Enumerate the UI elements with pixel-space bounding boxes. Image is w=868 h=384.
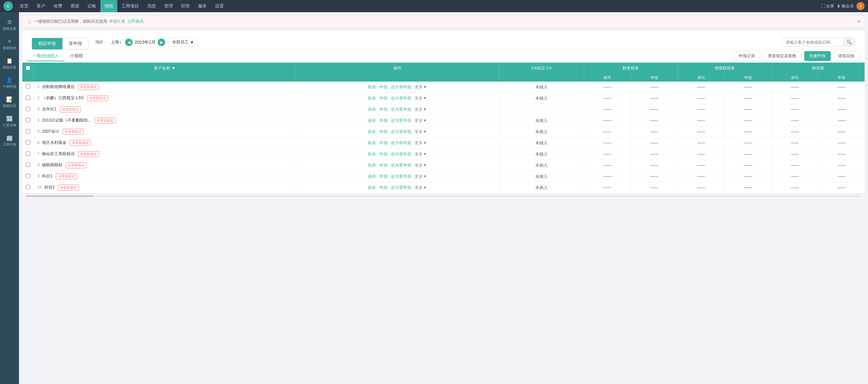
row-op-taxsheet[interactable]: 税表 bbox=[368, 107, 376, 112]
tax-record-icon: 📝 bbox=[6, 95, 13, 103]
row-checkbox-2[interactable] bbox=[26, 107, 30, 111]
shenbaojilu-btn[interactable]: 申报记录 bbox=[734, 51, 760, 61]
row-checkbox-3[interactable] bbox=[26, 118, 30, 122]
nav-message[interactable]: 消息 bbox=[143, 0, 160, 12]
nav-tax[interactable]: 报税 bbox=[100, 0, 117, 12]
row-op-report[interactable]: 申报 bbox=[379, 152, 388, 156]
row-op-taxsheet[interactable]: 税表 bbox=[368, 174, 376, 179]
row-op-zero[interactable]: 设为零申报 bbox=[391, 85, 411, 89]
sidebar-item-batch-tax[interactable]: ≡ 批量报税 bbox=[0, 34, 19, 54]
sidebar-item-tax-settings[interactable]: ⚙ 报税设置 bbox=[0, 15, 19, 34]
banner-link-buynow[interactable]: 立即购买 bbox=[127, 19, 144, 24]
nav-operation[interactable]: 经营 bbox=[177, 0, 194, 12]
row-name: 杨仙女工资薪税试 bbox=[42, 151, 75, 156]
row-ops: 税表 申报 设为零申报 更多▼ bbox=[296, 126, 499, 137]
row-op-zero[interactable]: 设为零申报 bbox=[391, 107, 411, 112]
row-checkbox-9[interactable] bbox=[26, 185, 30, 189]
search-input[interactable] bbox=[782, 38, 843, 46]
row-checkbox-1[interactable] bbox=[26, 95, 30, 100]
row-op-more[interactable]: 更多▼ bbox=[415, 163, 427, 168]
select-all-checkbox[interactable] bbox=[26, 66, 30, 70]
tab-tax-declaration[interactable]: 税款申报 bbox=[32, 38, 62, 49]
info-icon[interactable]: ℹ bbox=[120, 40, 122, 45]
row-op-more[interactable]: 更多▼ bbox=[415, 185, 427, 190]
piliangshenba-btn[interactable]: 批量申报 bbox=[804, 51, 831, 61]
row-op-report[interactable]: 申报 bbox=[379, 141, 388, 145]
row-op-taxsheet[interactable]: 税表 bbox=[368, 118, 376, 123]
row-op-more[interactable]: 更多▼ bbox=[415, 107, 427, 112]
user-avatar[interactable]: A bbox=[856, 2, 865, 10]
nav-invoice[interactable]: 票据 bbox=[66, 0, 83, 12]
row-op-zero[interactable]: 设为零申报 bbox=[391, 152, 411, 156]
row-op-more[interactable]: 更多▼ bbox=[415, 96, 427, 101]
row-op-zero[interactable]: 设为零申报 bbox=[391, 129, 411, 134]
row-op-more[interactable]: 更多▼ bbox=[415, 152, 427, 156]
sidebar-item-tax-record[interactable]: 📝 报税记录 bbox=[0, 92, 19, 111]
sub-tab-general[interactable]: 一般的纳税人 bbox=[27, 51, 64, 61]
nav-management[interactable]: 管理 bbox=[160, 0, 177, 12]
row-op-more[interactable]: 更多▼ bbox=[415, 85, 427, 89]
row-op-report[interactable]: 申报 bbox=[379, 174, 388, 179]
row-ops: 税表 申报 设为零申报 更多▼ bbox=[296, 182, 499, 193]
shouhuihuishu-btn[interactable]: 收取回执 bbox=[833, 51, 860, 61]
sidebar-item-annual-settlement[interactable]: 🔢 汇算清缴 bbox=[0, 111, 19, 131]
nav-business[interactable]: 工商项目 bbox=[117, 0, 143, 12]
sub-tab-small[interactable]: 小规模 bbox=[64, 51, 88, 61]
row-op-taxsheet[interactable]: 税表 bbox=[368, 96, 376, 101]
horizontal-scrollbar[interactable] bbox=[26, 195, 94, 197]
row-op-zero[interactable]: 设为零申报 bbox=[391, 96, 411, 101]
nav-service[interactable]: 服务 bbox=[194, 0, 211, 12]
row-op-taxsheet[interactable]: 税表 bbox=[368, 152, 376, 156]
row-op-zero[interactable]: 设为零申报 bbox=[391, 185, 411, 190]
row-op-taxsheet[interactable]: 税表 bbox=[368, 185, 376, 190]
row-op-report[interactable]: 申报 bbox=[379, 185, 388, 190]
row-op-taxsheet[interactable]: 税表 bbox=[368, 85, 376, 89]
nav-home[interactable]: 首页 bbox=[16, 0, 33, 12]
row-checkbox-0[interactable] bbox=[26, 84, 30, 89]
row-name: 地方水利基金 bbox=[42, 140, 66, 145]
row-op-report[interactable]: 申报 bbox=[379, 85, 388, 89]
row-c6: —— bbox=[818, 160, 865, 171]
row-op-report[interactable]: 申报 bbox=[379, 163, 388, 168]
fullscreen-btn[interactable]: ⛶ 全屏 bbox=[821, 3, 834, 9]
table-row: 7 杨仙女工资薪税试 未更新核定 税表 申报 设为零申报 更多▼ 未插入 —— … bbox=[22, 149, 865, 160]
row-op-taxsheet[interactable]: 税表 bbox=[368, 163, 376, 168]
row-op-report[interactable]: 申报 bbox=[379, 129, 388, 134]
sidebar-item-tax-overview[interactable]: 📋 报税总览 bbox=[0, 54, 19, 73]
sidebar-item-business-annual[interactable]: 🏢 工商年报 bbox=[0, 131, 19, 150]
member-btn[interactable]: ♛ 畅会员 bbox=[837, 3, 854, 9]
tab-zero-declaration[interactable]: 零申报 bbox=[62, 38, 88, 49]
row-op-more[interactable]: 更多▼ bbox=[415, 129, 427, 134]
nav-fee[interactable]: 收费 bbox=[50, 0, 66, 12]
row-no-name: 2 （勿删）江西股宝-LSS 未更新核定 bbox=[34, 93, 296, 104]
nav-settings[interactable]: 设置 bbox=[211, 0, 228, 12]
row-op-report[interactable]: 申报 bbox=[379, 118, 388, 123]
sidebar-item-personal-tax[interactable]: 👤 个税申报 bbox=[0, 73, 19, 92]
row-op-report[interactable]: 申报 bbox=[379, 96, 388, 101]
row-op-more[interactable]: 更多▼ bbox=[415, 174, 427, 179]
period-next-btn[interactable]: ▶ bbox=[158, 39, 165, 46]
row-checkbox-6[interactable] bbox=[26, 151, 30, 156]
row-op-zero[interactable]: 设为零申报 bbox=[391, 174, 411, 179]
row-op-zero[interactable]: 设为零申报 bbox=[391, 118, 411, 123]
nav-customer[interactable]: 客户 bbox=[33, 0, 50, 12]
row-op-more[interactable]: 更多▼ bbox=[415, 118, 427, 123]
row-op-zero[interactable]: 设为零申报 bbox=[391, 141, 411, 145]
row-checkbox-8[interactable] bbox=[26, 174, 30, 178]
row-op-taxsheet[interactable]: 税表 bbox=[368, 141, 376, 145]
row-checkbox-4[interactable] bbox=[26, 129, 30, 133]
row-op-zero[interactable]: 设为零申报 bbox=[391, 163, 411, 168]
banner-link-shenbaohui[interactable]: 申报汇签 bbox=[109, 19, 125, 24]
row-checkbox-5[interactable] bbox=[26, 140, 30, 145]
period-prev-btn[interactable]: ◀ bbox=[125, 39, 133, 46]
row-op-taxsheet[interactable]: 税表 bbox=[368, 129, 376, 134]
search-button[interactable]: 🔍 bbox=[843, 38, 855, 46]
row-checkbox-7[interactable] bbox=[26, 163, 30, 167]
banner-close-btn[interactable]: ✕ bbox=[857, 19, 861, 24]
dept-select[interactable]: 全部员工 ▼ bbox=[169, 38, 198, 47]
gengxinteding-btn[interactable]: 更新税定及取数 bbox=[763, 51, 802, 61]
row-op-more[interactable]: 更多▼ bbox=[415, 141, 427, 145]
nav-bookkeeping[interactable]: 记账 bbox=[83, 0, 100, 12]
table-row: 1 勿勒新锐网络通信 未更新核定 税表 申报 设为零申报 更多▼ 未插入 —— … bbox=[22, 82, 865, 93]
row-op-report[interactable]: 申报 bbox=[379, 107, 388, 112]
